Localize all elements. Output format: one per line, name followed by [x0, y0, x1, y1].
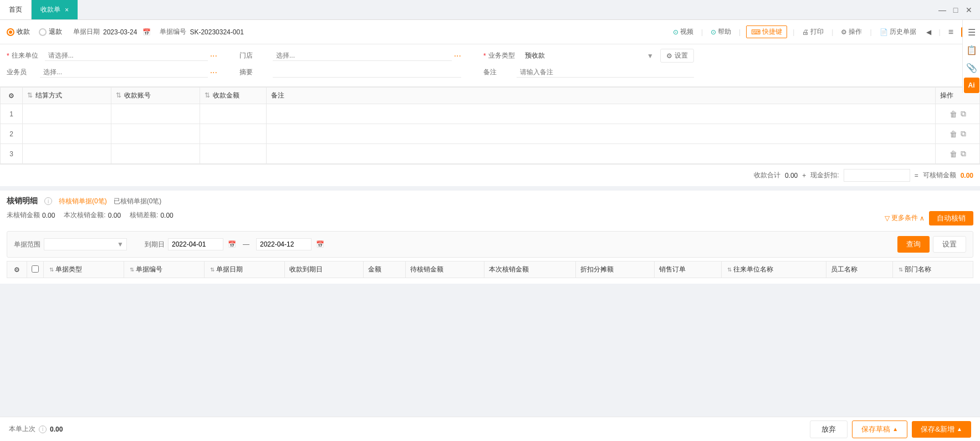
tab-receipt[interactable]: 收款单 × [32, 0, 78, 19]
settings-btn[interactable]: ⚙ 设置 [660, 49, 694, 63]
partner-more-btn[interactable]: ··· [210, 52, 217, 60]
save-new-dropdown-icon[interactable]: ▲ [957, 426, 962, 432]
row-3-amount[interactable] [200, 144, 267, 164]
row-1-settlement[interactable] [23, 104, 111, 124]
row-1-copy-icon[interactable]: ⧉ [961, 109, 966, 119]
prev-btn[interactable]: ◀ [924, 27, 933, 37]
scroll-area[interactable]: 收款 退款 单据日期 2023-03-24 📅 单据编号 SK-20230324… [0, 20, 980, 441]
staff-input[interactable] [40, 67, 208, 78]
calendar-icon[interactable]: 📅 [142, 28, 151, 36]
shop-input[interactable] [273, 50, 452, 61]
col-settings[interactable]: ⚙ [1, 88, 23, 104]
shop-label: 门店 [239, 51, 273, 60]
range-select[interactable] [44, 238, 127, 250]
date-to-input[interactable] [256, 238, 312, 250]
date-from-input[interactable] [168, 238, 223, 250]
auto-hexiao-btn[interactable]: 自动核销 [929, 211, 973, 225]
row-3-account[interactable] [111, 144, 200, 164]
sep1: | [701, 28, 703, 36]
total-value: 0.00 [785, 172, 798, 180]
number-value: SK-20230324-001 [190, 28, 243, 36]
row-2-delete-icon[interactable]: 🗑 [950, 130, 957, 139]
discount-input[interactable] [844, 169, 910, 182]
current-value: 0.00 [108, 212, 121, 219]
history-btn[interactable]: 📄 历史单据 [877, 26, 918, 38]
date-to-icon[interactable]: 📅 [316, 240, 324, 248]
col-settlement-sort[interactable]: ⇅ [27, 91, 33, 99]
docdate-sort-icon[interactable]: ⇅ [210, 266, 215, 273]
video-btn[interactable]: ⊙ 视频 [671, 26, 696, 38]
draft-dropdown-icon[interactable]: ▲ [892, 426, 898, 432]
save-new-label: 保存&新增 [921, 424, 955, 434]
close-btn[interactable]: ✕ [964, 6, 973, 14]
abstract-input[interactable] [273, 67, 461, 78]
hexiao-header: 核销明细 i 待核销单据(0笔) 已核销单据(0笔) [7, 196, 973, 206]
partner-sort-icon[interactable]: ⇅ [727, 266, 732, 273]
footer-info-icon[interactable]: i [39, 425, 47, 433]
row-2-action: 🗑 ⧉ [936, 124, 980, 144]
btcol-checkbox[interactable] [27, 261, 44, 278]
tab-close-icon[interactable]: × [65, 6, 69, 14]
btcol-discount: 折扣分摊额 [575, 261, 654, 278]
sidebar-icon-table[interactable]: ☰ [964, 24, 979, 40]
row-1-remark[interactable] [267, 104, 936, 124]
partner-required: * [7, 52, 9, 60]
filter-settings-btn[interactable]: 设置 [933, 236, 966, 253]
footer: 本单上次 i 0.00 放弃 保存草稿 ▲ 保存&新增 ▲ [0, 417, 980, 441]
row-3-remark[interactable] [267, 144, 936, 164]
date-from-icon[interactable]: 📅 [228, 240, 236, 248]
row-3-delete-icon[interactable]: 🗑 [950, 150, 957, 158]
docnum-sort-icon[interactable]: ⇅ [130, 266, 134, 273]
row-3-copy-icon[interactable]: ⧉ [961, 149, 966, 158]
btcol-settings[interactable]: ⚙ [7, 261, 27, 278]
doctype-sort-icon[interactable]: ⇅ [49, 266, 54, 273]
row-2-remark[interactable] [267, 124, 936, 144]
print-btn[interactable]: 🖨 打印 [800, 26, 826, 38]
biztype-dropdown-icon[interactable]: ▼ [647, 52, 654, 60]
col-amount-sort[interactable]: ⇅ [205, 91, 210, 99]
sidebar-icon-ai[interactable]: Ai [964, 78, 979, 93]
radio-receipt[interactable]: 收款 [7, 27, 30, 37]
staff-more-btn[interactable]: ··· [210, 68, 217, 77]
table-container: ⚙ ⇅ 结算方式 ⇅ 收款账号 ⇅ [0, 87, 980, 164]
more-conditions-btn[interactable]: ▽ 更多条件 ∧ [885, 213, 925, 223]
minimize-btn[interactable]: — [938, 6, 947, 14]
row-3-settlement[interactable] [23, 144, 111, 164]
col-account-sort[interactable]: ⇅ [116, 91, 121, 99]
query-btn[interactable]: 查询 [897, 236, 930, 253]
btcol-amount: 金额 [364, 261, 406, 278]
dept-sort-icon[interactable]: ⇅ [899, 266, 903, 273]
section-divider [0, 186, 980, 191]
list-view-btn[interactable]: ≡ [946, 26, 956, 38]
sidebar-icon-doc[interactable]: 📋 [964, 42, 979, 58]
shop-more-btn[interactable]: ··· [454, 52, 461, 60]
due-date-field: 到期日 📅 — 📅 [145, 238, 324, 250]
table-settings-icon: ⚙ [8, 92, 14, 100]
draft-btn[interactable]: 保存草稿 ▲ [852, 421, 907, 438]
row-1-delete-icon[interactable]: 🗑 [950, 110, 957, 119]
abandon-btn[interactable]: 放弃 [810, 421, 848, 438]
row-2-settlement[interactable] [23, 124, 111, 144]
row-2-amount[interactable] [200, 124, 267, 144]
pending-tab[interactable]: 待核销单据(0笔) [59, 197, 107, 206]
bottom-table: ⚙ ⇅ 单据类型 ⇅ 单据编号 [7, 261, 973, 278]
partner-input[interactable] [45, 50, 208, 61]
biztype-required: * [483, 52, 486, 60]
sidebar-icon-attach[interactable]: 📎 [964, 60, 979, 75]
shortcut-btn[interactable]: ⌨ 快捷键 [746, 25, 787, 38]
row-1-account[interactable] [111, 104, 200, 124]
done-tab[interactable]: 已核销单据(0笔) [114, 197, 162, 206]
current-label: 本次核销金额: [64, 211, 105, 220]
row-1-amount[interactable] [200, 104, 267, 124]
maximize-btn[interactable]: □ [951, 6, 960, 14]
tab-home[interactable]: 首页 [0, 0, 32, 19]
radio-refund[interactable]: 退款 [39, 27, 62, 37]
hexiao-info-icon[interactable]: i [44, 197, 52, 205]
operation-btn[interactable]: ⚙ 操作 [839, 26, 864, 38]
row-2-account[interactable] [111, 124, 200, 144]
select-all-checkbox[interactable] [32, 265, 39, 273]
row-2-copy-icon[interactable]: ⧉ [961, 129, 966, 139]
remark-input[interactable] [517, 67, 694, 78]
help-btn[interactable]: ⊙ 帮助 [708, 26, 733, 38]
save-new-btn[interactable]: 保存&新增 ▲ [912, 421, 971, 438]
